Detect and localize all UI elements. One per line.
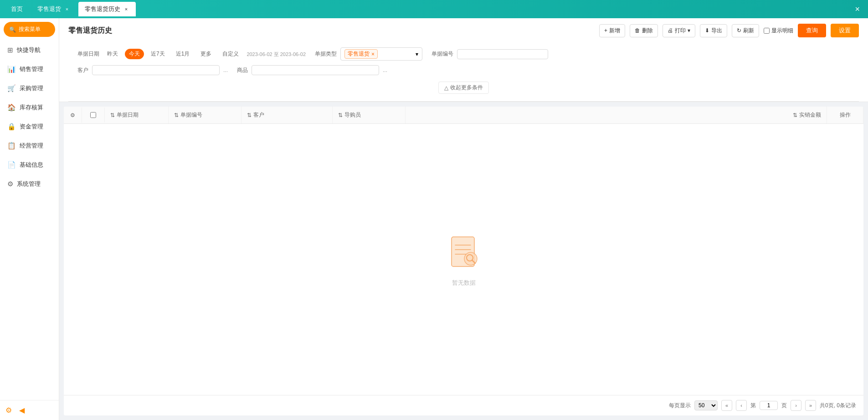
tab-retail-return-close[interactable]: × — [64, 6, 70, 12]
print-button[interactable]: 🖨 打印 ▾ — [663, 24, 695, 37]
prev-page-button[interactable]: ‹ — [736, 400, 747, 411]
th-order-no-label: 单据编号 — [180, 111, 202, 119]
display-checkbox[interactable] — [764, 28, 770, 34]
date-btn-yesterday[interactable]: 昨天 — [103, 49, 122, 59]
page-unit: 页 — [781, 402, 787, 410]
th-order-no[interactable]: ⇅ 单据编号 — [169, 107, 241, 123]
customer-input[interactable] — [92, 65, 220, 75]
finance-icon: 🔒 — [7, 123, 16, 131]
type-tag-text: 零售退货 — [348, 50, 370, 58]
next-page-button[interactable]: › — [791, 400, 801, 411]
page-title: 零售退货历史 — [68, 26, 112, 36]
toolbar: + 新增 🗑 删除 🖨 打印 ▾ ⬇ 导出 — [599, 24, 859, 37]
quick-nav-icon: ⊞ — [7, 46, 13, 54]
th-action: 操作 — [827, 107, 863, 123]
tab-retail-return[interactable]: 零售退货 × — [31, 2, 77, 16]
date-btn-today[interactable]: 今天 — [125, 49, 144, 59]
setting-button[interactable]: 设置 — [831, 24, 859, 37]
th-guide[interactable]: ⇅ 导购员 — [333, 107, 406, 123]
delete-button[interactable]: 🗑 删除 — [630, 24, 658, 37]
main-content: 零售退货历史 + 新增 🗑 删除 🖨 打印 ▾ — [59, 18, 868, 420]
last-page-button[interactable]: » — [805, 400, 816, 411]
th-action-label: 操作 — [840, 111, 851, 119]
refresh-label: 刷新 — [743, 27, 754, 35]
goods-input[interactable] — [252, 65, 379, 75]
date-range: 2023-06-02 至 2023-06-02 — [247, 51, 306, 58]
date-btn-7days[interactable]: 近7天 — [147, 49, 169, 59]
order-no-input[interactable] — [457, 49, 548, 59]
sidebar-item-inventory-label: 库存核算 — [20, 103, 43, 112]
type-label: 单据类型 — [315, 50, 337, 58]
export-button[interactable]: ⬇ 导出 — [700, 24, 727, 37]
sidebar-item-finance[interactable]: 🔒 资金管理 — [0, 117, 59, 136]
date-btn-more[interactable]: 更多 — [196, 49, 216, 59]
filter-area: 单据日期 昨天 今天 近7天 近1月 更多 自定义 2023-06-02 至 2… — [68, 42, 859, 102]
sidebar-collapse-icon[interactable]: ◀ — [19, 406, 25, 415]
display-toggle[interactable]: 显示明细 — [764, 27, 793, 35]
first-page-button[interactable]: « — [721, 400, 732, 411]
delete-icon: 🗑 — [635, 27, 640, 34]
table-header: ⚙ ⇅ 单据日期 ⇅ 单据编号 ⇅ 客户 ⇅ — [64, 107, 863, 124]
goods-more-icon[interactable]: ... — [383, 67, 387, 73]
collapse-button[interactable]: △ 收起更多条件 — [438, 82, 489, 94]
sidebar-item-purchase-mgmt[interactable]: 🛒 采购管理 — [0, 79, 59, 98]
inventory-icon: 🏠 — [7, 103, 16, 112]
th-date-sort-icon: ⇅ — [110, 112, 115, 118]
sidebar-item-basic-info[interactable]: 📄 基础信息 — [0, 155, 59, 174]
customer-more-icon[interactable]: ... — [223, 67, 228, 73]
sidebar-item-inventory[interactable]: 🏠 库存核算 — [0, 98, 59, 117]
empty-illustration — [443, 232, 484, 273]
tab-home-label: 首页 — [11, 5, 23, 13]
sidebar-item-purchase-label: 采购管理 — [20, 84, 43, 92]
print-icon: 🖨 — [668, 27, 673, 34]
tab-home[interactable]: 首页 — [5, 2, 29, 16]
tab-retail-return-history[interactable]: 零售退货历史 × — [78, 2, 136, 16]
export-label: 导出 — [711, 27, 722, 35]
window-close-button[interactable]: × — [851, 5, 863, 14]
refresh-button[interactable]: ↻ 刷新 — [732, 24, 759, 37]
column-setting-icon[interactable]: ⚙ — [70, 112, 75, 118]
filter-order-no: 单据编号 — [431, 49, 548, 59]
sidebar-search-label: 搜索菜单 — [19, 26, 41, 33]
th-date[interactable]: ⇅ 单据日期 — [105, 107, 169, 123]
sidebar-item-finance-label: 资金管理 — [20, 123, 43, 131]
tab-retail-return-history-label: 零售退货历史 — [85, 5, 120, 13]
th-amount[interactable]: ⇅ 实销金额 — [406, 107, 827, 123]
sidebar-item-quick-nav-label: 快捷导航 — [17, 46, 41, 54]
date-btn-1month[interactable]: 近1月 — [172, 49, 194, 59]
sidebar-item-system-mgmt[interactable]: ⚙ 系统管理 — [0, 174, 59, 194]
query-button[interactable]: 查询 — [798, 24, 826, 37]
th-order-no-sort-icon: ⇅ — [174, 112, 179, 118]
empty-state: 暂无数据 — [64, 124, 863, 395]
tab-retail-return-history-close[interactable]: × — [123, 6, 129, 12]
filter-goods: 商品 ... — [237, 65, 387, 75]
goods-label: 商品 — [237, 67, 248, 74]
sidebar-item-quick-nav[interactable]: ⊞ 快捷导航 — [0, 41, 59, 60]
display-label: 显示明细 — [771, 27, 793, 35]
new-label: 新增 — [609, 27, 620, 35]
sidebar-search[interactable]: 🔍 搜索菜单 — [4, 22, 55, 37]
sidebar-item-system-label: 系统管理 — [17, 180, 41, 188]
date-buttons: 昨天 今天 近7天 近1月 更多 自定义 — [103, 49, 243, 59]
basic-info-icon: 📄 — [7, 161, 16, 169]
th-customer-sort-icon: ⇅ — [247, 112, 252, 118]
page-size-select[interactable]: 50 10 20 100 — [694, 400, 718, 410]
filter-type: 单据类型 零售退货 × ▾ — [315, 47, 422, 61]
th-date-label: 单据日期 — [117, 111, 139, 119]
delete-label: 删除 — [642, 27, 653, 35]
page-label: 第 — [750, 402, 756, 410]
sidebar-footer: ⚙ ◀ — [0, 400, 59, 420]
th-setting[interactable]: ⚙ — [64, 108, 82, 123]
date-btn-custom[interactable]: 自定义 — [218, 49, 243, 59]
sidebar-item-operation[interactable]: 📋 经营管理 — [0, 136, 59, 155]
th-checkbox[interactable] — [82, 108, 105, 123]
new-button[interactable]: + 新增 — [599, 24, 625, 37]
type-select[interactable]: 零售退货 × ▾ — [340, 47, 422, 61]
page-number-input[interactable] — [760, 401, 778, 410]
operation-icon: 📋 — [7, 142, 16, 150]
type-tag-close[interactable]: × — [371, 51, 375, 57]
sidebar-item-sales-mgmt[interactable]: 📊 销售管理 — [0, 60, 59, 79]
select-all-checkbox[interactable] — [90, 112, 96, 118]
sidebar-setting-icon[interactable]: ⚙ — [5, 406, 12, 415]
th-customer[interactable]: ⇅ 客户 — [241, 107, 333, 123]
